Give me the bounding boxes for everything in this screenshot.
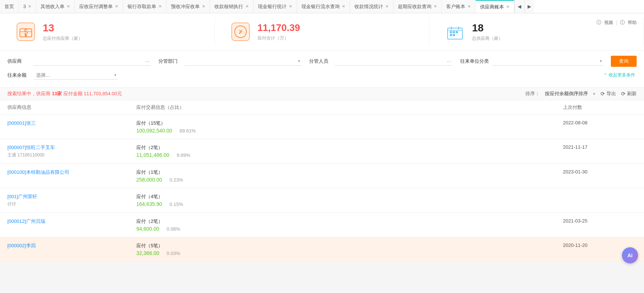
department-filter-label: 分管部门 [158, 58, 181, 65]
supplier-name-3[interactable]: [001]广州荣轩 [7, 194, 37, 199]
video-link[interactable]: 视频 [604, 20, 613, 26]
svg-rect-12 [456, 31, 458, 33]
ai-button[interactable]: Ai [622, 247, 638, 262]
trans-detail-4: 应付（2笔） 94,600.00 0.08% [136, 218, 563, 232]
department-input[interactable] [184, 57, 298, 65]
supplier-contact-3: 仔仔 [7, 201, 136, 207]
divider: | [616, 20, 617, 25]
category-arrow-icon[interactable]: ▾ [600, 59, 603, 63]
export-icon: ⟳ [601, 91, 605, 97]
table-row[interactable]: [000007]恒旺二手叉车 王通 17106110000 应付（2笔） 11,… [0, 139, 644, 164]
balance-input[interactable] [33, 71, 114, 79]
department-arrow-icon[interactable]: ▾ [298, 59, 302, 63]
payable-suppliers-number: 13 [43, 22, 83, 34]
close-icon[interactable]: ✕ [289, 4, 292, 9]
svg-text:¥: ¥ [239, 28, 242, 34]
supplier-name-4[interactable]: [000012]广州贝瑞 [7, 218, 45, 224]
stat-total-suppliers-content: 18 总供应商（家） [472, 22, 503, 42]
tab-receipt-stat[interactable]: 收款情况统计 ✕ [350, 0, 393, 13]
close-icon[interactable]: ✕ [158, 4, 162, 9]
last-pay-4: 2021-03-25 [563, 218, 637, 224]
person-dots-icon[interactable]: ··· [445, 58, 453, 64]
refresh-button[interactable]: ⟳ 刷新 [621, 90, 637, 97]
supplier-name-2[interactable]: [000100]本特勤油品有限公司 [7, 169, 69, 175]
trans-pct-3: 0.15% [169, 201, 183, 207]
supplier-name-5[interactable]: [000002]李四 [7, 243, 36, 248]
trans-amount-4[interactable]: 94,600.00 [136, 226, 159, 232]
tab-home[interactable]: 首页 [0, 0, 19, 13]
balance-arrow-icon[interactable]: ▾ [114, 73, 118, 77]
payable-total-label: 应付合计（万） [258, 35, 300, 41]
export-button[interactable]: ⟳ 导出 [601, 90, 616, 97]
header-lastpay: 上次付数 [563, 104, 637, 111]
close-icon[interactable]: ✕ [506, 4, 510, 9]
person-input[interactable] [335, 57, 445, 65]
table-row[interactable]: [000100]本特勤油品有限公司 应付（1笔） 258,000.00 0.23… [0, 164, 644, 188]
table-row[interactable]: [000001]张三 应付（15笔） 100,092,540.00 89.61%… [0, 115, 644, 139]
supplier-contact-1: 王通 17106110000 [7, 152, 136, 158]
trans-amount-2[interactable]: 258,000.00 [136, 177, 162, 183]
refresh-label: 刷新 [627, 90, 637, 97]
tab-cash-bank-flow[interactable]: 现金银行流水查询 ✕ [297, 0, 350, 13]
tab-receipt-stat-label: 收款情况统计 [354, 3, 383, 10]
tab-other-income[interactable]: 其他收入单 ✕ [36, 0, 75, 13]
close-icon[interactable]: ✕ [434, 4, 437, 9]
tab-next-button[interactable]: ▶ [524, 0, 534, 13]
tab-receipt-verify[interactable]: 收款核销执行 ✕ [210, 0, 253, 13]
close-icon[interactable]: ✕ [202, 4, 205, 9]
tab-home-label: 首页 [4, 3, 14, 10]
query-button[interactable]: 查询 [611, 56, 637, 67]
close-icon[interactable]: ✕ [468, 4, 471, 9]
trans-amount-0[interactable]: 100,092,540.00 [136, 128, 172, 134]
supplier-input[interactable] [33, 57, 144, 65]
close-icon[interactable]: ✕ [28, 4, 31, 9]
tab-advance-collect[interactable]: 预收冲应收单 ✕ [167, 0, 210, 13]
tab-prev-button[interactable]: ◀ [514, 0, 524, 13]
table-row[interactable]: [000002]李四 应付（5笔） 32,366.00 0.03% 2020-1… [0, 237, 644, 262]
supplier-name-1[interactable]: [000007]恒旺二手叉车 [7, 145, 55, 150]
help-circle-icon: ⓘ [620, 19, 625, 26]
trans-row-3: 164,635.90 0.15% [136, 201, 563, 207]
help-link[interactable]: 帮助 [628, 20, 637, 26]
export-label: 导出 [606, 90, 616, 97]
tab-overdue-query[interactable]: 超期应收款查询 ✕ [393, 0, 442, 13]
filter-department: 分管部门 ▾ [158, 57, 302, 66]
close-icon[interactable]: ✕ [115, 4, 118, 9]
stat-payable-total-content: 11,170.39 应付合计（万） [258, 22, 300, 41]
tab-ar-adjust[interactable]: 应收应付调整单 ✕ [75, 0, 123, 13]
sort-arrow-icon[interactable]: ▾ [593, 92, 595, 96]
collapse-button[interactable]: ⌃ 收起更多条件 [602, 70, 637, 80]
person-filter-label: 分管人员 [309, 58, 331, 65]
tab-3[interactable]: 3 ✕ [19, 0, 36, 13]
payable-suppliers-icon: $ [15, 21, 37, 43]
category-input[interactable] [493, 57, 600, 65]
close-icon[interactable]: ✕ [245, 4, 249, 9]
trans-amount-5[interactable]: 32,366.00 [136, 250, 159, 256]
trans-detail-3: 应付（4笔） 164,635.90 0.15% [136, 193, 563, 207]
sort-select[interactable]: 按应付余额倒序排序 [545, 90, 588, 97]
trans-label-3: 应付（4笔） [136, 193, 563, 200]
tab-bank-deposit[interactable]: 银行存取款单 ✕ [123, 0, 167, 13]
tab-customer-account[interactable]: 客户账本 ✕ [442, 0, 476, 13]
transaction-info-2: 应付（1笔） 258,000.00 0.23% [136, 169, 563, 183]
trans-amount-3[interactable]: 164,635.90 [136, 201, 162, 207]
table-row[interactable]: [000012]广州贝瑞 应付（2笔） 94,600.00 0.08% 2021… [0, 213, 644, 237]
filter-person: 分管人员 ··· [309, 57, 453, 66]
video-circle-icon: ⓘ [596, 19, 601, 26]
close-icon[interactable]: ✕ [67, 4, 70, 9]
tab-receipt-verify-label: 收款核销执行 [214, 3, 243, 10]
close-icon[interactable]: ✕ [342, 4, 345, 9]
tab-ar-adjust-label: 应收应付调整单 [79, 3, 113, 10]
stat-payable-suppliers: $ 13 总应付供应商（家） [0, 18, 215, 46]
trans-amount-1[interactable]: 11,051,486.00 [136, 152, 169, 158]
tab-cash-bank-stat[interactable]: 现金银行统计 ✕ [253, 0, 297, 13]
supplier-name-0[interactable]: [000001]张三 [7, 120, 36, 126]
close-icon[interactable]: ✕ [385, 4, 389, 9]
svg-rect-10 [450, 31, 452, 33]
category-filter-label: 往来单位分类 [460, 58, 489, 65]
supplier-dots-icon[interactable]: ··· [144, 58, 151, 64]
table-row[interactable]: [001]广州荣轩 仔仔 应付（4笔） 164,635.90 0.15% [0, 188, 644, 213]
total-suppliers-icon [444, 21, 466, 43]
trans-row-2: 258,000.00 0.23% [136, 177, 563, 183]
tab-supplier-account[interactable]: 供应商账本 ✕ [476, 0, 514, 13]
